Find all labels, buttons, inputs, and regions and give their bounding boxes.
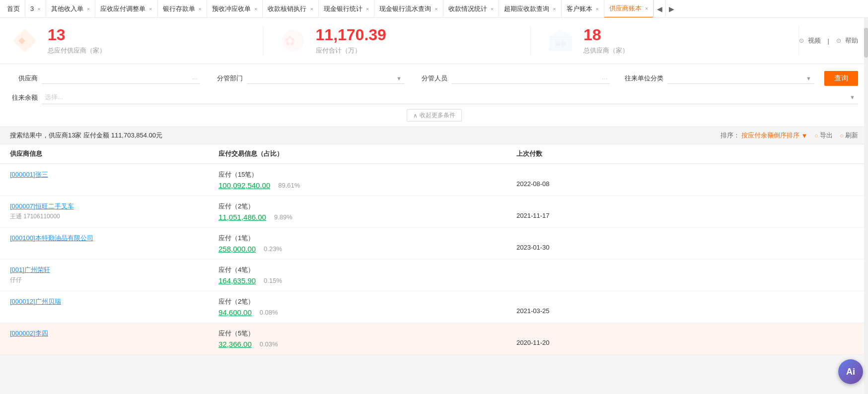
help-link[interactable]: 帮助 [845, 36, 858, 45]
close-icon[interactable]: × [310, 6, 313, 12]
ap-suppliers-value: 13 [48, 26, 106, 44]
refresh-button[interactable]: ○ 刷新 [840, 131, 858, 140]
tx-count-4: 应付（4笔） [218, 265, 516, 274]
last-pay-date-6: 2020-11-20 [516, 329, 858, 346]
supplier-cell-4: [001]广州荣轩 仔仔 [10, 265, 218, 284]
export-button[interactable]: ○ 导出 [814, 131, 833, 140]
supplier-cell-1: [000001]张三 [10, 170, 218, 179]
table-header: 供应商信息 应付交易信息（占比） 上次付数 [0, 144, 868, 164]
close-icon[interactable]: × [199, 6, 202, 12]
nav-tab-supplier-account[interactable]: 供应商账本 × [604, 0, 653, 18]
tx-count-3: 应付（1笔） [218, 234, 516, 243]
ap-total-value: 11,170.39 [316, 26, 386, 44]
dept-filter: 分管部门 ▼ [215, 73, 405, 84]
nav-tab-advance-collect[interactable]: 预收冲应收单 × [207, 0, 263, 18]
supplier-link-1[interactable]: [000001]张三 [10, 170, 218, 179]
scrollbar-track[interactable] [864, 18, 868, 355]
nav-tab-cash-bank-stat-label: 现金银行统计 [324, 4, 362, 13]
lastpay-cell-3: 2023-01-30 [516, 234, 858, 251]
tx-row-4: 164,635.90 0.15% [218, 276, 516, 285]
col-header-lastpay: 上次付数 [516, 149, 858, 158]
nav-tab-other-income[interactable]: 其他收入单 × [46, 0, 95, 18]
nav-tab-overdue-query[interactable]: 超期应收款查询 × [499, 0, 561, 18]
nav-tab-3[interactable]: 3 × [25, 0, 46, 18]
tx-amount-3[interactable]: 258,000.00 [218, 245, 256, 253]
grain-icon: ✿ [278, 26, 308, 56]
lastpay-cell-1: 2022-08-08 [516, 170, 858, 188]
nav-tab-3-close[interactable]: × [37, 6, 40, 12]
nav-tab-cash-bank-flow[interactable]: 现金银行流水查询 × [374, 0, 443, 18]
nav-tab-bank-deposit[interactable]: 银行存款单 × [158, 0, 207, 18]
close-icon[interactable]: × [434, 6, 437, 12]
dept-select[interactable]: ▼ [247, 73, 405, 84]
svg-text:✿: ✿ [285, 33, 295, 48]
supplier-link-4[interactable]: [001]广州荣轩 [10, 265, 218, 274]
total-suppliers-value: 18 [583, 26, 629, 44]
ap-total-info: 11,170.39 应付合计（万） [316, 26, 386, 55]
category-filter: 往来单位分类 ▼ [625, 73, 815, 84]
close-icon[interactable]: × [87, 6, 90, 12]
result-actions: 排序： 按应付余额倒序排序 ▼ ○ 导出 ○ 刷新 [721, 131, 858, 140]
balance-select-placeholder: 选择... [45, 93, 63, 102]
table-row: [000001]张三 应付（15笔） 100,092,540.00 89.61%… [0, 164, 868, 196]
scrollbar-thumb[interactable] [864, 28, 868, 58]
nav-tab-verify-exec[interactable]: 收款核销执行 × [263, 0, 318, 18]
tx-amount-6[interactable]: 32,366.00 [218, 340, 252, 348]
sort-value[interactable]: 按应付余额倒序排序 [741, 131, 799, 140]
transaction-cell-5: 应付（2笔） 94,600.00 0.08% [218, 297, 516, 317]
svg-text:◆: ◆ [18, 35, 25, 45]
summary-card-total-suppliers: 18 总供应商（家） [531, 26, 799, 56]
supplier-input[interactable] [44, 74, 192, 82]
person-filter: 分管人员 ··· [420, 73, 610, 84]
table-row: [000100]本特勤油品有限公司 应付（1笔） 258,000.00 0.23… [0, 228, 868, 260]
search-button[interactable]: 查询 [824, 71, 858, 86]
tx-amount-2[interactable]: 11,051,486.00 [218, 213, 266, 221]
refresh-icon: ○ [840, 132, 844, 139]
balance-select[interactable]: 选择... ▼ [42, 91, 858, 104]
tx-amount-4[interactable]: 164,635.90 [218, 276, 256, 285]
last-pay-date-3: 2023-01-30 [516, 234, 858, 251]
nav-tab-collect-stat-label: 收款情况统计 [448, 4, 487, 13]
close-icon[interactable]: × [149, 6, 152, 12]
nav-tab-ap-adjust-label: 应收应付调整单 [100, 4, 145, 13]
close-icon[interactable]: × [366, 6, 369, 12]
nav-arrow-right[interactable]: ▶ [665, 0, 677, 18]
close-icon[interactable]: × [254, 6, 257, 12]
nav-tab-collect-stat[interactable]: 收款情况统计 × [443, 0, 499, 18]
collapse-button[interactable]: ∧ 收起更多条件 [407, 109, 462, 122]
sort-dropdown-icon[interactable]: ▼ [801, 132, 807, 139]
nav-tab-home[interactable]: 首页 [2, 0, 25, 18]
ap-suppliers-label: 总应付供应商（家） [48, 46, 106, 55]
video-link[interactable]: 视频 [808, 36, 821, 45]
filter-section: 供应商 ··· 分管部门 ▼ 分管人员 ··· 往来单位分类 [0, 64, 868, 127]
supplier-link-3[interactable]: [000100]本特勤油品有限公司 [10, 234, 218, 243]
close-icon[interactable]: × [645, 5, 648, 11]
nav-tab-bank-deposit-label: 银行存款单 [163, 4, 195, 13]
person-dots-button[interactable]: ··· [602, 74, 608, 82]
person-input[interactable] [453, 74, 602, 82]
tx-amount-1[interactable]: 100,092,540.00 [218, 181, 270, 190]
balance-filter-label: 往来余额 [10, 93, 38, 102]
supplier-link-2[interactable]: [000007]恒旺二手叉车 [10, 202, 218, 211]
supplier-filter: 供应商 ··· [10, 73, 200, 84]
tx-amount-5[interactable]: 94,600.00 [218, 308, 252, 317]
tx-row-6: 32,366.00 0.03% [218, 340, 516, 348]
nav-tab-overdue-query-label: 超期应收款查询 [504, 4, 549, 13]
nav-tab-cash-bank-stat[interactable]: 现金银行统计 × [319, 0, 374, 18]
person-input-wrapper[interactable]: ··· [451, 73, 610, 84]
close-icon[interactable]: × [596, 6, 599, 12]
supplier-cell-5: [000012]广州贝瑞 [10, 297, 218, 306]
category-select[interactable]: ▼ [667, 73, 815, 84]
nav-tab-customer-account[interactable]: 客户账本 × [562, 0, 604, 18]
supplier-input-wrapper[interactable]: ··· [42, 73, 200, 84]
supplier-dots-button[interactable]: ··· [192, 74, 198, 82]
top-navigation: 首页 3 × 其他收入单 × 应收应付调整单 × 银行存款单 × 预收冲应收单 … [0, 0, 868, 18]
supplier-link-5[interactable]: [000012]广州贝瑞 [10, 297, 218, 306]
close-icon[interactable]: × [553, 6, 556, 12]
nav-tab-ap-adjust[interactable]: 应收应付调整单 × [95, 0, 157, 18]
close-icon[interactable]: × [491, 6, 494, 12]
summary-card-ap-total: ✿ 11,170.39 应付合计（万） [263, 26, 531, 56]
nav-arrow-left[interactable]: ◀ [653, 0, 665, 18]
summary-section: ◆ 13 总应付供应商（家） ✿ 11,170.39 应付合计（万） [0, 18, 868, 64]
supplier-link-6[interactable]: [000002]李四 [10, 329, 218, 338]
